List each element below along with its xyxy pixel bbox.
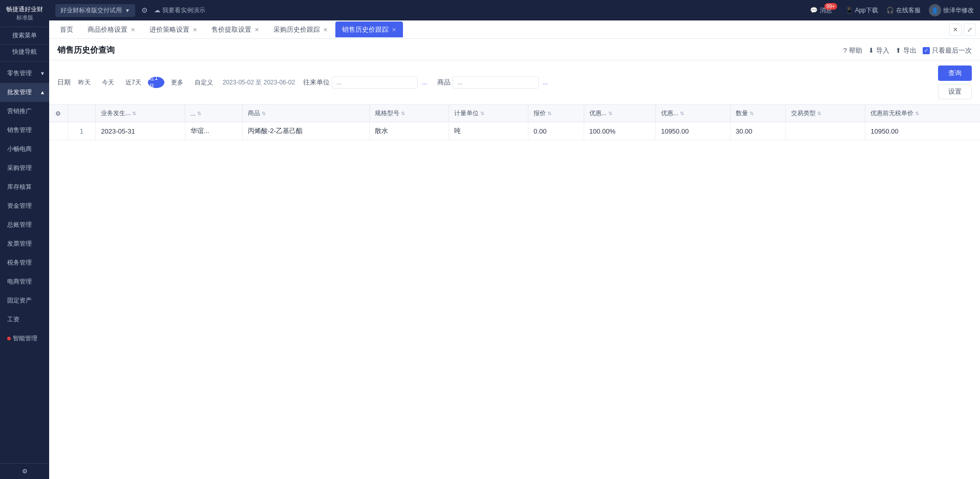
th-goods[interactable]: 商品 ⇅ — [242, 105, 369, 122]
goods-input[interactable] — [453, 76, 539, 89]
th-gear-icon[interactable]: ⚙ — [55, 110, 61, 117]
date-btn-today[interactable]: 今天 — [97, 77, 119, 89]
app-download-button[interactable]: 📱 App下载 — [845, 6, 878, 15]
demo-button[interactable]: ☁ 我要看实例演示 — [154, 6, 205, 15]
only-last-checkbox-icon[interactable]: ✓ — [923, 47, 930, 54]
app-selector-label: 好业财标准版交付试用 — [60, 6, 122, 15]
tab-home[interactable]: 首页 — [53, 21, 80, 37]
date-range-display: 2023-05-02 至 2023-06-02 — [223, 78, 295, 87]
export-icon: ⬆ — [896, 47, 901, 54]
th-discount1[interactable]: 优惠... ⇅ — [584, 105, 655, 122]
sidebar-item-search[interactable]: 搜索菜单 — [0, 27, 49, 45]
source-unit-input[interactable] — [332, 76, 418, 89]
th-goods-sort-icon: ⇅ — [262, 111, 266, 116]
sidebar-bottom-settings[interactable]: ⚙ — [0, 463, 49, 479]
topbar-settings-icon[interactable]: ⚙ — [141, 6, 148, 14]
inventory-label: 库存核算 — [7, 183, 45, 191]
source-unit-more-btn[interactable]: ... — [420, 78, 429, 87]
import-button[interactable]: ⬇ 导入 — [868, 46, 889, 55]
wholesale-label: 批发管理 — [7, 88, 40, 97]
user-avatar: 👤 — [929, 4, 941, 16]
sidebar-item-salary[interactable]: 工资 — [0, 310, 49, 329]
tab-sale-price-extract-close-icon[interactable]: ✕ — [254, 27, 259, 33]
marketing-label: 营销推广 — [7, 107, 45, 116]
tab-purchase-strategy-close-icon[interactable]: ✕ — [193, 27, 197, 33]
date-options: 昨天 今天 近7天 近1月 更多 自定义 — [74, 77, 218, 89]
sidebar-item-smart[interactable]: 智能管理 — [0, 329, 49, 348]
cell-unit: 吨 — [449, 122, 528, 140]
th-spec[interactable]: 规格型号 ⇅ — [369, 105, 449, 122]
table-row[interactable]: 12023-05-31华谊...丙烯酸-2-乙基己酯散水吨0.00100.00%… — [49, 122, 980, 140]
th-unit[interactable]: 计量单位 ⇅ — [449, 105, 528, 122]
filter-bar: 日期 昨天 今天 近7天 近1月 更多 自定义 2023-05-02 至 202… — [49, 60, 980, 105]
import-icon: ⬇ — [868, 47, 874, 54]
th-date[interactable]: 业务发生... ⇅ — [96, 105, 185, 122]
tab-purchase-history[interactable]: 采购历史价跟踪 ✕ — [267, 21, 334, 37]
sidebar-item-wholesale[interactable]: 批发管理 ▲ — [0, 83, 49, 102]
query-button[interactable]: 查询 — [938, 66, 972, 81]
fixed-assets-label: 固定资产 — [7, 296, 45, 305]
date-btn-more[interactable]: 更多 — [166, 77, 188, 89]
retail-label: 零售管理 — [7, 69, 40, 78]
tab-purchase-strategy[interactable]: 进价策略设置 ✕ — [143, 21, 204, 37]
date-btn-custom[interactable]: 自定义 — [190, 77, 218, 89]
cell-spec: 散水 — [369, 122, 449, 140]
tab-sales-history[interactable]: 销售历史价跟踪 ✕ — [335, 21, 403, 37]
settings-button[interactable]: 设置 — [938, 84, 972, 99]
settings-gear-icon: ⚙ — [22, 468, 28, 475]
sidebar-item-sales[interactable]: 销售管理 — [0, 121, 49, 140]
tab-price-setting[interactable]: 商品价格设置 ✕ — [81, 21, 142, 37]
topbar-right: 💬 消息 99+ 📱 App下载 🎧 在线客服 👤 徐泽华修改 — [810, 4, 974, 16]
sidebar-item-finance[interactable]: 资金管理 — [0, 197, 49, 215]
tab-sale-price-extract[interactable]: 售价提取设置 ✕ — [205, 21, 266, 37]
tabbar-controls: ✕ ⤢ — [949, 24, 976, 36]
tabbar-expand-btn[interactable]: ⤢ — [964, 24, 976, 36]
sidebar-item-general-ledger[interactable]: 总账管理 — [0, 215, 49, 234]
page-title: 销售历史价查询 — [57, 45, 115, 56]
th-discount2[interactable]: 优惠... ⇅ — [655, 105, 730, 122]
tab-price-setting-label: 商品价格设置 — [88, 25, 127, 34]
th-trade-type[interactable]: 交易类型 ⇅ — [786, 105, 865, 122]
sidebar-item-ecommerce[interactable]: 电商管理 — [0, 272, 49, 291]
invoice-label: 发票管理 — [7, 239, 45, 248]
sidebar-item-retail[interactable]: 零售管理 ▼ — [0, 64, 49, 83]
tab-price-setting-close-icon[interactable]: ✕ — [131, 27, 135, 33]
sidebar-item-ecommerce-small[interactable]: 小畅电商 — [0, 140, 49, 159]
row-gear-icon[interactable] — [49, 122, 68, 140]
help-label: 帮助 — [849, 46, 862, 55]
user-name: 徐泽华修改 — [943, 6, 974, 15]
cell-discount2: 10950.00 — [655, 122, 730, 140]
online-service-button[interactable]: 🎧 在线客服 — [886, 6, 921, 15]
message-icon: 💬 — [810, 7, 818, 14]
date-btn-1month[interactable]: 近1月 — [148, 77, 164, 88]
date-btn-yesterday[interactable]: 昨天 — [74, 77, 95, 89]
only-last-once-toggle[interactable]: ✓ 只看最后一次 — [923, 46, 972, 55]
goods-more-btn[interactable]: ... — [541, 78, 550, 87]
app-selector[interactable]: 好业财标准版交付试用 ▼ — [55, 4, 135, 17]
help-button[interactable]: ? 帮助 — [843, 46, 862, 55]
sidebar-item-tax[interactable]: 税务管理 — [0, 253, 49, 272]
sidebar-item-purchase[interactable]: 采购管理 — [0, 159, 49, 178]
sidebar-item-fixed-assets[interactable]: 固定资产 — [0, 291, 49, 310]
tab-purchase-history-label: 采购历史价跟踪 — [273, 25, 320, 34]
tabbar-close-btn[interactable]: ✕ — [949, 24, 962, 36]
th-price[interactable]: 报价 ⇅ — [528, 105, 584, 122]
th-pretax-price[interactable]: 优惠前无税单价 ⇅ — [865, 105, 980, 122]
sidebar-item-inventory[interactable]: 库存核算 — [0, 178, 49, 197]
th-pretax-price-sort-icon: ⇅ — [915, 111, 919, 116]
user-menu-button[interactable]: 👤 徐泽华修改 — [929, 4, 974, 16]
date-btn-7days[interactable]: 近7天 — [121, 77, 146, 89]
th-qty[interactable]: 数量 ⇅ — [730, 105, 786, 122]
cell-num: 1 — [68, 122, 96, 140]
export-button[interactable]: ⬆ 导出 — [896, 46, 917, 55]
logo-subtitle: 标准版 — [4, 14, 45, 21]
message-button[interactable]: 💬 消息 99+ — [810, 6, 832, 15]
page-actions: ? 帮助 ⬇ 导入 ⬆ 导出 ✓ 只看最后一次 — [843, 46, 972, 55]
sidebar-item-quicknav[interactable]: 快捷导航 — [0, 45, 49, 59]
sidebar-item-marketing[interactable]: 营销推广 — [0, 102, 49, 121]
th-more1[interactable]: ... ⇅ — [185, 105, 242, 122]
tab-purchase-strategy-label: 进价策略设置 — [150, 25, 189, 34]
tab-purchase-history-close-icon[interactable]: ✕ — [323, 27, 328, 33]
sidebar-item-invoice[interactable]: 发票管理 — [0, 234, 49, 253]
tab-sales-history-close-icon[interactable]: ✕ — [392, 27, 396, 33]
